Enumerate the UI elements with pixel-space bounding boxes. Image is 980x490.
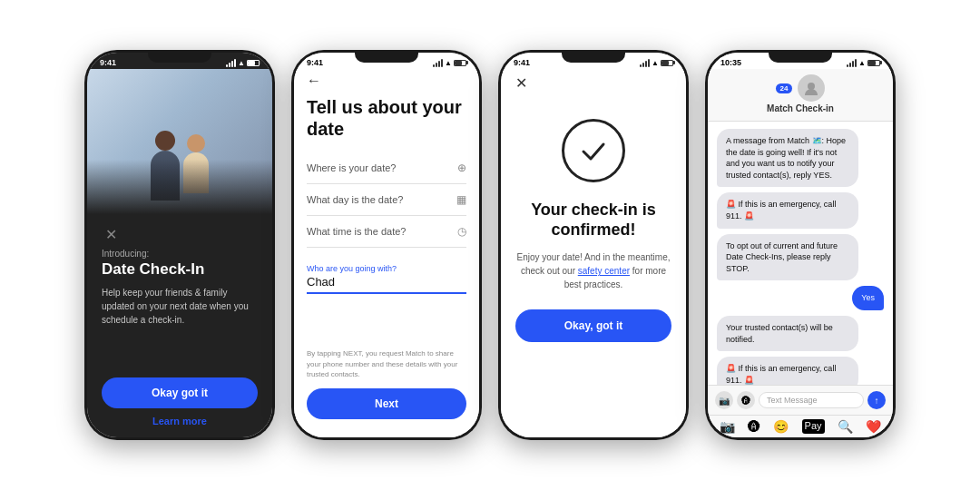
checkmark-circle [562,119,625,182]
avatar [798,74,825,102]
input-icon-group: 📷 🅐 [715,391,755,409]
phone-1-screen: 9:41 ▲ [87,53,272,437]
svg-point-0 [808,83,815,90]
confirmed-title: Your check-in is confirmed! [515,201,671,240]
signal-icon-2 [433,59,443,67]
head-2 [187,134,205,152]
phone-2: 9:41 ▲ ← Tell us about your date Where i… [291,50,482,440]
emoji-pay[interactable]: Pay [802,419,825,434]
phone1-text-content: ✕ Introducing: Date Check-In Help keep y… [87,214,272,437]
phone-1: 9:41 ▲ [84,50,275,440]
learn-more-button[interactable]: Learn more [102,416,258,426]
status-icons-2: ▲ [433,59,466,67]
calendar-icon: ▦ [456,193,466,206]
battery-icon-1 [247,60,260,66]
status-time-3: 9:41 [514,58,530,67]
checkin-title: Date Check-In [102,260,258,279]
clock-icon: ◷ [457,225,466,238]
notch-2 [355,50,418,63]
back-button[interactable]: ← [307,73,466,89]
confirmed-okay-button[interactable]: Okay, got it [515,309,671,342]
head-1 [155,131,175,151]
status-time-4: 10:35 [720,58,741,67]
message-3: To opt out of current and future Date Ch… [717,234,858,281]
camera-icon[interactable]: 📷 [715,391,733,409]
close-button-1[interactable]: ✕ [102,225,120,243]
emoji-heart[interactable]: ❤️ [866,419,881,434]
avatar-icon [803,80,819,96]
phone-4-screen: 10:35 ▲ 24 [708,53,893,437]
emoji-face[interactable]: 😊 [773,419,789,434]
message-6: 🚨 If this is an emergency, call 911. 🚨 [717,357,858,385]
day-field[interactable]: What day is the date? ▦ [307,184,466,216]
time-label: What time is the date? [307,226,406,237]
checkmark-icon [577,134,610,167]
who-field-label: Who are you going with? [307,264,466,273]
hero-image [87,69,272,214]
notch-1 [148,50,211,63]
wifi-icon-4: ▲ [858,59,866,67]
where-label: Where is your date? [307,162,396,173]
notch-4 [769,50,832,63]
form-disclaimer: By tapping NEXT, you request Match to sh… [307,348,466,379]
who-field-value[interactable]: Chad [307,275,466,294]
emoji-search[interactable]: 🔍 [838,419,853,434]
safety-center-link[interactable]: safety center [578,266,630,276]
phone1-content-screen: ✕ Introducing: Date Check-In Help keep y… [87,69,272,437]
header-top: 24 [776,74,826,102]
status-icons-3: ▲ [640,59,673,67]
phones-container: 9:41 ▲ [66,41,914,449]
message-4-sent: Yes [852,286,884,310]
notification-badge: 24 [776,83,793,93]
status-icons-4: ▲ [847,59,880,67]
who-field-group: Who are you going with? Chad [307,255,466,294]
form-title: Tell us about your date [307,96,466,140]
phone4-layout: 24 Match Check-in A message from Match 🗺… [708,69,893,437]
status-time-2: 9:41 [307,58,323,67]
confirmed-description: Enjoy your date! And in the meantime, ch… [515,250,671,291]
battery-icon-4 [867,60,880,66]
messages-list: A message from Match 🗺️: Hope the date i… [708,122,893,385]
location-icon: ⊕ [457,162,466,174]
emoji-bar: 📷 🅐 😊 Pay 🔍 ❤️ [708,415,893,437]
app-store-icon[interactable]: 🅐 [737,391,755,409]
phone3-content-screen: ✕ Your check-in is confirmed! Enjoy your… [501,69,686,437]
introducing-label: Introducing: [102,249,258,259]
notch-3 [562,50,625,63]
battery-icon-2 [454,60,466,66]
status-time-1: 9:41 [100,58,116,67]
close-button-3[interactable]: ✕ [515,74,527,92]
send-button[interactable]: ↑ [867,391,886,409]
message-input-bar: 📷 🅐 Text Message ↑ [708,385,893,415]
wifi-icon-2: ▲ [445,59,452,67]
emoji-camera[interactable]: 📷 [720,419,735,434]
battery-icon-3 [661,60,673,66]
messages-header-label: Match Check-in [767,103,834,113]
image-overlay [87,160,272,214]
where-field[interactable]: Where is your date? ⊕ [307,152,466,184]
day-label: What day is the date? [307,194,403,205]
signal-icon-1 [226,59,236,67]
next-button[interactable]: Next [307,388,466,419]
signal-icon-4 [847,59,857,67]
wifi-icon-3: ▲ [652,59,659,67]
messages-header: 24 Match Check-in [708,69,893,122]
message-1: A message from Match 🗺️: Hope the date i… [717,129,858,187]
phone2-content-screen: ← Tell us about your date Where is your … [294,69,479,437]
checkin-description: Help keep your friends & family updated … [102,286,258,365]
time-field[interactable]: What time is the date? ◷ [307,216,466,248]
signal-icon-3 [640,59,650,67]
phone-4: 10:35 ▲ 24 [705,50,896,440]
phone-3-screen: 9:41 ▲ ✕ Your check-in is confirmed! [501,53,686,437]
status-icons-1: ▲ [226,59,260,67]
phone-2-screen: 9:41 ▲ ← Tell us about your date Where i… [294,53,479,437]
wifi-icon-1: ▲ [238,59,245,67]
message-input[interactable]: Text Message [759,392,864,408]
okay-got-it-button[interactable]: Okay got it [102,377,258,408]
message-5: Your trusted contact(s) will be notified… [717,316,858,351]
emoji-appstore[interactable]: 🅐 [748,419,760,434]
message-2: 🚨 If this is an emergency, call 911. 🚨 [717,192,858,228]
input-placeholder: Text Message [767,396,818,405]
close-icon-1: ✕ [105,226,117,243]
phone-3: 9:41 ▲ ✕ Your check-in is confirmed! [498,50,689,440]
